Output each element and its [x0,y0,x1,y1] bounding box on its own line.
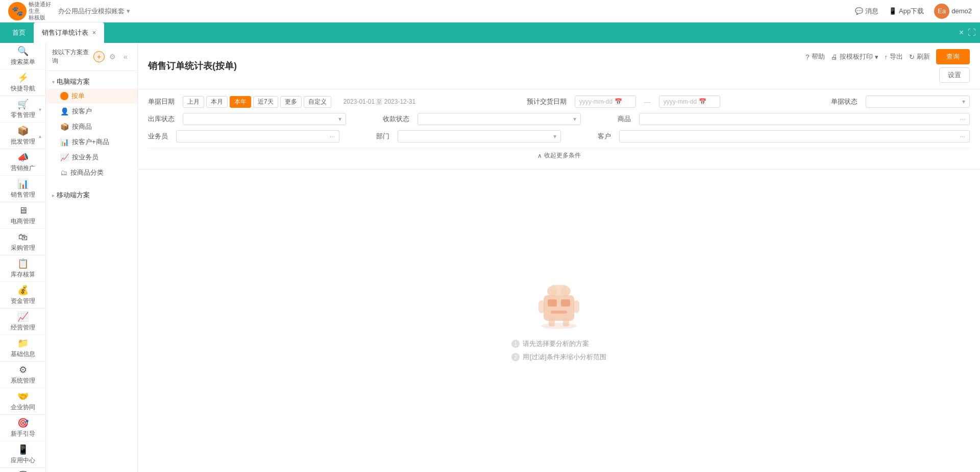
empty-state: 1 请先选择要分析的方案 2 用[过滤]条件来缩小分析范围 [138,170,980,472]
help-button[interactable]: ? 帮助 [805,52,824,61]
tab-sales-stat[interactable]: 销售订单统计表 × [34,22,104,43]
date-btn-last-7-days[interactable]: 近7天 [253,96,278,108]
empty-svg [528,280,590,331]
tab-close-icon[interactable]: × [92,29,96,36]
sales-mgmt-icon: 📊 [17,178,29,190]
filter-row-1: 单据日期 上月 本月 本年 近7天 更多 自定义 2023-01-01 至 20… [148,96,970,108]
filter-row-3: 业务员 ··· 部门 ▾ 客户 ··· [148,130,970,143]
settings-button[interactable]: 设置 [939,67,970,83]
window-maximize-icon[interactable]: ⛶ [968,28,976,37]
sidebar-item-basic-info[interactable]: 📁 基础信息 [0,335,45,362]
sidebar-item-purchase[interactable]: 🛍 采购管理 [0,229,45,255]
date-btn-more[interactable]: 更多 [280,96,302,108]
print-dropdown-icon: ▾ [875,53,878,61]
print-button[interactable]: 🖨 按模板打印 ▾ [831,52,878,61]
refresh-icon: ↻ [909,53,915,61]
plan-item-by-order[interactable]: 按单 [46,88,137,104]
date-btn-custom[interactable]: 自定义 [304,96,331,108]
plan-item-by-category[interactable]: 🗂 按商品分类 [46,165,137,180]
date-btn-this-month[interactable]: 本月 [206,96,228,108]
plan-item-by-customer[interactable]: 👤 按客户 [46,104,137,119]
salesman-input[interactable]: ··· [176,130,339,143]
payment-status-select[interactable]: ▾ [418,113,581,125]
customer-input[interactable]: ··· [619,130,970,143]
sidebar-item-sys-mgmt[interactable]: ⚙ 系统管理 [0,362,45,388]
marketing-icon: 📣 [17,152,29,163]
sidebar-item-ecommerce[interactable]: 🖥 电商管理 [0,202,45,229]
purchase-icon: 🛍 [18,232,28,243]
quick-nav-icon: ⚡ [17,72,29,83]
sidebar-item-retail-mgmt[interactable]: 🛒 零售管理 ▾ [0,96,45,123]
svg-rect-2 [548,299,557,306]
svg-rect-11 [551,285,567,295]
dept-dropdown-icon: ▾ [553,133,556,140]
sidebar-item-sales-mgmt[interactable]: 📊 销售管理 [0,176,45,202]
customer-dots-icon[interactable]: ··· [960,133,965,140]
sidebar-item-finance[interactable]: 💰 资金管理 [0,282,45,309]
logo-area: 🐾 畅捷通好生意 标板版 [8,1,54,21]
content-area: 销售订单统计表(按单) ? 帮助 🖨 按模板打印 ▾ ↑ [138,43,980,472]
message-button[interactable]: 💬 消息 [855,7,878,16]
by-customer-icon: 👤 [60,107,69,115]
svg-rect-3 [561,299,570,306]
page-actions: ? 帮助 🖨 按模板打印 ▾ ↑ 导出 ↻ [805,49,970,64]
refresh-button[interactable]: ↻ 刷新 [909,52,930,61]
print-icon: 🖨 [831,53,838,61]
wholesale-arrow-icon: ▴ [39,133,41,138]
breadcrumb-arrow-icon: ▾ [127,7,130,15]
add-plan-button[interactable]: + [93,51,105,62]
mobile-plans-group: ▸ 移动端方案 [46,184,137,206]
expected-date-start-input[interactable]: yyyy-mm-dd 📅 [575,96,636,108]
product-dots-icon[interactable]: ··· [960,115,965,123]
plan-item-by-product[interactable]: 📦 按商品 [46,119,137,134]
mobile-plans-group-title[interactable]: ▸ 移动端方案 [46,188,137,202]
tip-num-1: 1 [511,340,520,348]
wholesale-mgmt-icon: 📦 [17,125,29,136]
mobile-group-arrow-icon: ▸ [52,193,55,198]
product-input[interactable]: ··· [639,113,970,125]
window-close-icon[interactable]: × [959,28,964,37]
dept-select[interactable]: ▾ [398,130,561,143]
breadcrumb-dropdown[interactable]: 办公用品行业模拟账套 ▾ [58,7,130,16]
salesman-dots-icon[interactable]: ··· [330,133,335,140]
calendar-end-icon: 📅 [699,98,706,105]
sidebar-item-inventory[interactable]: 📋 库存核算 [0,255,45,282]
query-button[interactable]: 查询 [936,49,970,64]
sidebar-item-corp-wechat[interactable]: 💬 企业微信 [0,468,45,472]
tip-num-2: 2 [511,353,520,361]
settings-plan-button[interactable]: ⚙ [107,51,118,62]
message-icon: 💬 [855,7,863,15]
sidebar-item-wholesale-mgmt[interactable]: 📦 批发管理 ▴ [0,123,45,149]
app-download-button[interactable]: 📱 App下载 [889,7,924,16]
collapse-panel-button[interactable]: « [120,51,131,62]
collapse-filter-button[interactable]: ∧ 收起更多条件 [148,148,970,163]
app-center-icon: 📱 [17,444,29,455]
sidebar-item-operation[interactable]: 📈 经营管理 [0,309,45,335]
app-download-icon: 📱 [889,7,897,15]
status-select[interactable]: ▾ [866,96,970,108]
svg-rect-7 [549,318,555,326]
tab-bar-controls: × ⛶ [959,28,980,37]
date-btn-last-month[interactable]: 上月 [183,96,204,108]
plan-item-by-cust-prod[interactable]: 📊 按客户+商品 [46,134,137,150]
pc-plans-group-title[interactable]: ▾ 电脑端方案 [46,75,137,88]
search-menu-icon: 🔍 [17,45,29,57]
retail-arrow-icon: ▾ [39,106,41,112]
calendar-start-icon: 📅 [615,98,622,105]
expected-date-end-input[interactable]: yyyy-mm-dd 📅 [659,96,720,108]
export-button[interactable]: ↑ 导出 [885,52,903,61]
filter-row-2: 出库状态 ▾ 收款状态 ▾ 商品 ··· [148,113,970,125]
sidebar-item-search-menu[interactable]: 🔍 搜索菜单 [0,43,45,69]
user-menu[interactable]: Ea demo2 [934,4,972,19]
sidebar-item-newbie[interactable]: 🎯 新手引导 [0,415,45,441]
ship-status-select[interactable]: ▾ [183,113,346,125]
export-icon: ↑ [885,53,888,61]
plan-item-by-salesman[interactable]: 📈 按业务员 [46,150,137,165]
sidebar-item-app-center[interactable]: 📱 应用中心 [0,441,45,468]
sidebar-item-quick-nav[interactable]: ⚡ 快捷导航 [0,69,45,96]
date-btn-this-year[interactable]: 本年 [230,96,251,108]
sidebar-item-marketing[interactable]: 📣 营销推广 [0,149,45,176]
settings-icon: ⚙ [109,53,116,61]
tab-home[interactable]: 首页 [4,22,34,43]
sidebar-item-corp-coop[interactable]: 🤝 企业协同 [0,388,45,415]
